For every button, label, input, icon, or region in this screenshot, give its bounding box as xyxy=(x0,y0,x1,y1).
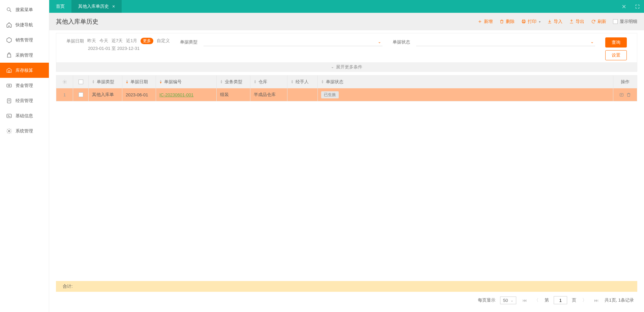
svg-line-1 xyxy=(10,10,11,12)
doc-num-link[interactable]: IC-20230601-001 xyxy=(159,92,193,97)
svg-rect-8 xyxy=(7,114,11,118)
svg-rect-20 xyxy=(620,93,623,96)
th-doc-date[interactable]: ▲▼单据日期 xyxy=(122,75,156,88)
chevron-down-icon: ⌄ xyxy=(590,39,594,44)
chevron-down-icon: ⌄ xyxy=(331,65,334,69)
chevron-down-icon: ⌄ xyxy=(511,299,513,302)
settings-button[interactable]: 设置 xyxy=(605,50,627,60)
import-button[interactable]: 导入 xyxy=(547,19,562,25)
page-first[interactable]: ⏮ xyxy=(521,298,528,303)
close-icon[interactable]: × xyxy=(112,4,115,9)
cell-status: 已生效 xyxy=(318,88,613,101)
plus-icon xyxy=(478,19,482,24)
tabbar-fullscreen[interactable] xyxy=(631,0,644,13)
delete-icon[interactable] xyxy=(626,92,631,97)
page-summary: 共1页, 1条记录 xyxy=(605,297,634,303)
date-quick-1m[interactable]: 近1月 xyxy=(126,38,137,44)
sidebar-item-basic[interactable]: 基础信息 xyxy=(0,108,49,123)
date-quick-7d[interactable]: 近7天 xyxy=(112,38,123,44)
sidebar-item-label: 快捷导航 xyxy=(16,22,33,28)
print-button[interactable]: 打印▾ xyxy=(521,19,541,25)
cell-handler xyxy=(287,88,318,101)
tab-home[interactable]: 首页 xyxy=(49,0,71,13)
row-index: 1 xyxy=(56,88,73,101)
sidebar-item-label: 基础信息 xyxy=(16,113,33,119)
table-row[interactable]: 1 其他入库单 2023-06-01 IC-20230601-001 组装 半成… xyxy=(56,88,637,101)
date-label: 单据日期 xyxy=(66,37,84,44)
doc-type-filter: 单据类型 ⌄ xyxy=(180,37,382,46)
page-header: 其他入库单历史 新增 删除 打印▾ 导入 导出 刷新 显示明细 xyxy=(49,13,644,30)
tab-label: 其他入库单历史 xyxy=(78,3,109,9)
sidebar-item-business[interactable]: 经营管理 xyxy=(0,93,49,108)
export-button[interactable]: 导出 xyxy=(569,19,584,25)
page-input[interactable] xyxy=(554,296,567,304)
sidebar-item-quicknav[interactable]: 快捷导航 xyxy=(0,17,49,32)
checkbox-icon xyxy=(613,19,618,24)
th-op: 操作 xyxy=(613,75,637,88)
query-button[interactable]: 查询 xyxy=(605,37,627,48)
sidebar-item-sales[interactable]: 销售管理 xyxy=(0,32,49,48)
add-button[interactable]: 新增 xyxy=(478,19,493,25)
import-icon xyxy=(547,19,552,24)
th-biz-type[interactable]: ▲▼业务类型 xyxy=(217,75,250,88)
sidebar-item-search-menu[interactable]: 搜索菜单 xyxy=(0,2,49,17)
search-icon xyxy=(6,7,12,13)
tabbar: 首页 其他入库单历史 × xyxy=(49,0,644,13)
svg-point-19 xyxy=(64,81,65,83)
sidebar-item-label: 资金管理 xyxy=(16,83,33,89)
sidebar-item-inventory[interactable]: 库存核算 xyxy=(0,63,49,78)
doc-status-filter: 单据状态 ⌄ xyxy=(393,37,595,46)
sidebar-item-label: 系统管理 xyxy=(16,128,33,134)
view-icon[interactable] xyxy=(619,92,624,97)
row-select[interactable] xyxy=(73,88,89,101)
svg-point-11 xyxy=(8,130,10,132)
inventory-icon xyxy=(6,67,12,73)
pagination: 每页显示 50⌄ ⏮ 〈 第 页 〉 ⏭ 共1页, 1条记录 xyxy=(49,295,644,305)
th-select-all[interactable] xyxy=(73,75,89,88)
info-card-icon xyxy=(6,113,12,119)
export-icon xyxy=(569,19,574,24)
page-last[interactable]: ⏭ xyxy=(593,298,600,303)
sidebar-item-system[interactable]: 系统管理 xyxy=(0,123,49,138)
clipboard-icon xyxy=(6,98,12,104)
show-detail-toggle[interactable]: 显示明细 xyxy=(613,19,637,25)
date-quick-today[interactable]: 今天 xyxy=(99,38,108,44)
refresh-button[interactable]: 刷新 xyxy=(591,19,606,25)
th-settings[interactable] xyxy=(56,75,73,88)
svg-point-4 xyxy=(8,85,10,86)
sidebar-item-purchase[interactable]: 采购管理 xyxy=(0,48,49,63)
cell-biz-type: 组装 xyxy=(217,88,250,101)
th-doc-num[interactable]: ▲▼单据编号 xyxy=(156,75,217,88)
filter-buttons: 查询 设置 xyxy=(605,37,627,60)
trash-icon xyxy=(499,19,504,24)
th-doc-type[interactable]: ▲▼单据类型 xyxy=(89,75,122,88)
sidebar-item-funds[interactable]: 资金管理 xyxy=(0,78,49,93)
cell-doc-date: 2023-06-01 xyxy=(122,88,156,101)
doc-type-select[interactable]: ⌄ xyxy=(204,37,382,46)
cell-warehouse: 半成品仓库 xyxy=(250,88,287,101)
cell-doc-num: IC-20230601-001 xyxy=(156,88,217,101)
sidebar-item-label: 库存核算 xyxy=(16,67,33,73)
doc-status-select[interactable]: ⌄ xyxy=(416,37,595,46)
tab-current[interactable]: 其他入库单历史 × xyxy=(71,0,122,13)
delete-button[interactable]: 删除 xyxy=(499,19,515,25)
per-page-select[interactable]: 50⌄ xyxy=(500,297,516,304)
th-status[interactable]: ▲▼单据状态 xyxy=(318,75,613,88)
page-title: 其他入库单历史 xyxy=(56,18,478,26)
date-range: 2023-01-01 至 2023-12-31 xyxy=(66,45,170,52)
date-quick-yesterday[interactable]: 昨天 xyxy=(87,38,96,44)
date-quick-custom[interactable]: 自定义 xyxy=(157,38,170,44)
filter-panel: 单据日期 昨天 今天 近7天 近1月 更多 自定义 2023-01-01 至 2… xyxy=(56,33,637,62)
gear-icon xyxy=(6,128,12,134)
th-warehouse[interactable]: ▲▼仓库 xyxy=(250,75,287,88)
page-next[interactable]: 〉 xyxy=(581,297,588,303)
main: 首页 其他入库单历史 × 其他入库单历史 新增 删除 打印▾ 导入 导出 刷新 … xyxy=(49,0,644,312)
date-quick-more[interactable]: 更多 xyxy=(141,38,153,44)
page-prev[interactable]: 〈 xyxy=(533,297,540,303)
tabbar-close-all[interactable] xyxy=(617,0,631,13)
chevron-down-icon: ▾ xyxy=(539,20,541,24)
per-page-label: 每页显示 xyxy=(478,297,495,303)
th-handler[interactable]: ▲▼经手人 xyxy=(287,75,318,88)
table: ▲▼单据类型 ▲▼单据日期 ▲▼单据编号 ▲▼业务类型 ▲▼仓库 ▲▼经手人 ▲… xyxy=(56,75,637,101)
expand-conditions[interactable]: ⌄ 展开更多条件 xyxy=(56,62,637,72)
